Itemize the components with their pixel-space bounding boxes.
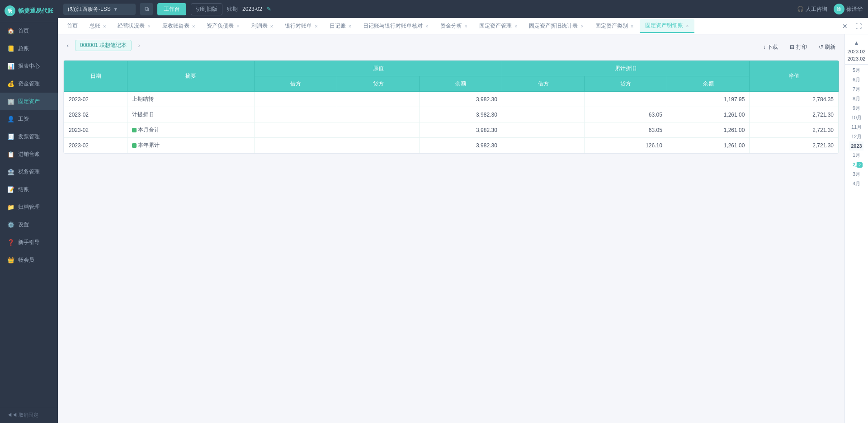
- sidebar-item-archive[interactable]: 📁 归档管理: [0, 198, 58, 216]
- table-row: 2023-02 本年累计 3,982.30 126.10 1,261.00 2,…: [64, 138, 839, 153]
- date-months: 5月6月7月8月9月10月11月12月20231月2月23月4月: [849, 66, 863, 188]
- tab-income-close[interactable]: ×: [270, 24, 273, 29]
- tab-fa-detail[interactable]: 固定资产明细账 ×: [640, 19, 694, 33]
- th-summary: 摘要: [127, 61, 255, 92]
- cell-dep-debit-1: [502, 107, 585, 122]
- sidebar-item-funds[interactable]: 💰 资金管理: [0, 75, 58, 93]
- download-btn[interactable]: ↓ 下载: [760, 42, 782, 53]
- sidebar-item-closing[interactable]: 📝 结账: [0, 181, 58, 198]
- user-name-btn[interactable]: 徐 徐泽华: [834, 4, 863, 14]
- workbench-button[interactable]: 工作台: [157, 3, 186, 15]
- tab-bar: 首页 总账 × 经营状况表 × 应收账龄表 × 资产负债表 × 利润表 × 银行…: [58, 18, 868, 34]
- date-year-2023-top[interactable]: 2023.02: [845, 48, 868, 55]
- tab-general-ledger-close[interactable]: ×: [103, 24, 106, 29]
- date-panel-up-btn[interactable]: ▲: [852, 38, 861, 48]
- date-active-badge: 2: [857, 162, 863, 168]
- cell-orig-balance-2: 3,982.30: [420, 122, 502, 138]
- tab-journal[interactable]: 日记账 ×: [324, 19, 357, 33]
- content-area: ‹ 000001 联想笔记本 › ↓ 下载 ⊟ 打印: [58, 34, 868, 423]
- tab-balance-sheet-close[interactable]: ×: [236, 24, 239, 29]
- date-month-entry[interactable]: 11月: [849, 122, 863, 132]
- sidebar-nav: 🏠 首页 📒 总账 📊 报表中心 💰 资金管理 🏢 固定资产 👤 工资 🧾 发票…: [0, 22, 58, 407]
- sidebar-item-tax[interactable]: 🏦 税务管理: [0, 163, 58, 181]
- user-service-btn[interactable]: 🎧 人工咨询: [797, 5, 827, 13]
- sidebar-item-reports[interactable]: 📊 报表中心: [0, 57, 58, 75]
- date-month-entry[interactable]: 5月: [849, 66, 863, 75]
- sidebar-label-guide: 新手引导: [18, 239, 40, 246]
- refresh-btn[interactable]: ↺ 刷新: [815, 42, 839, 53]
- tab-fa-category[interactable]: 固定资产类别 ×: [590, 19, 639, 33]
- date-year-label[interactable]: 2023: [849, 141, 863, 150]
- th-orig-debit: 借方: [255, 76, 337, 92]
- tab-operations[interactable]: 经营状况表 ×: [112, 19, 156, 33]
- tab-journal-bank-reconcile[interactable]: 日记账与银行对账单核对 ×: [358, 19, 434, 33]
- copy-button[interactable]: ⧉: [140, 3, 153, 15]
- copy-icon: ⧉: [145, 5, 149, 13]
- period-edit-icon[interactable]: ✎: [267, 6, 271, 12]
- cell-dep-credit-3: 126.10: [585, 138, 667, 153]
- tab-close-all-btn[interactable]: ✕: [839, 20, 851, 32]
- switch-old-button[interactable]: 切到旧版: [191, 3, 222, 15]
- date-month-entry[interactable]: 6月: [849, 75, 863, 85]
- tab-fa-category-close[interactable]: ×: [631, 24, 633, 29]
- date-month-entry[interactable]: 1月: [849, 150, 863, 160]
- tab-home[interactable]: 首页: [61, 19, 83, 33]
- date-panel-top: ▲ 2023.02 2023.02: [845, 36, 868, 65]
- closing-icon: 📝: [7, 186, 14, 193]
- tab-fa-management[interactable]: 固定资产管理 ×: [474, 19, 523, 33]
- date-month-entry[interactable]: 10月: [849, 113, 863, 122]
- cell-orig-balance-1: 3,982.30: [420, 107, 502, 122]
- tab-fund-analysis-close[interactable]: ×: [465, 24, 467, 29]
- cell-orig-debit-3: [255, 138, 337, 153]
- data-table: 日期 摘要 原值 累计折旧 净值 借方 贷方 余额 借方 贷方 余额: [64, 61, 839, 153]
- tab-fa-depreciation[interactable]: 固定资产折旧统计表 ×: [524, 19, 589, 33]
- tab-fa-management-close[interactable]: ×: [514, 24, 517, 29]
- tab-journal-bank-reconcile-close[interactable]: ×: [425, 24, 428, 29]
- sidebar-item-settings[interactable]: ⚙️ 设置: [0, 216, 58, 234]
- sidebar-item-vip[interactable]: 👑 畅会员: [0, 251, 58, 269]
- app-name: 畅捷通易代账: [18, 7, 53, 15]
- print-btn[interactable]: ⊟ 打印: [786, 42, 810, 53]
- refresh-label: ↺ 刷新: [819, 43, 835, 51]
- tab-fa-detail-close[interactable]: ×: [686, 23, 689, 28]
- date-month-entry[interactable]: 7月: [849, 85, 863, 94]
- th-dep-debit: 借方: [502, 76, 585, 92]
- sidebar-item-guide[interactable]: ❓ 新手引导: [0, 234, 58, 251]
- sidebar-item-ledger[interactable]: 📒 总账: [0, 40, 58, 57]
- tab-balance-sheet[interactable]: 资产负债表 ×: [201, 19, 245, 33]
- sidebar-label-ledger: 总账: [18, 45, 29, 52]
- sidebar-item-home[interactable]: 🏠 首页: [0, 22, 58, 40]
- date-month-entry[interactable]: 9月: [849, 103, 863, 113]
- tab-ar-aging-close[interactable]: ×: [192, 24, 195, 29]
- tab-operations-label: 经营状况表: [118, 22, 145, 30]
- tab-bank-statement-close[interactable]: ×: [315, 24, 317, 29]
- sidebar-item-invoice[interactable]: 🧾 发票管理: [0, 128, 58, 146]
- date-month-entry[interactable]: 8月: [849, 94, 863, 103]
- tab-fa-depreciation-close[interactable]: ×: [580, 24, 583, 29]
- table-body: 2023-02 上期结转 3,982.30 1,197.95 2,784.35 …: [64, 92, 839, 153]
- tab-fullscreen-btn[interactable]: ⛶: [853, 20, 864, 32]
- breadcrumb-prev-btn[interactable]: ‹: [63, 41, 72, 50]
- tab-income[interactable]: 利润表 ×: [246, 19, 278, 33]
- tab-general-ledger[interactable]: 总账 ×: [84, 19, 111, 33]
- date-month-entry[interactable]: 3月: [849, 169, 863, 179]
- breadcrumb-next-btn[interactable]: ›: [134, 41, 143, 50]
- archive-icon: 📁: [7, 204, 14, 211]
- tab-ar-aging[interactable]: 应收账龄表 ×: [157, 19, 200, 33]
- tab-fund-analysis-label: 资金分析: [440, 22, 462, 30]
- sidebar-item-salary[interactable]: 👤 工资: [0, 110, 58, 128]
- tab-journal-bank-reconcile-label: 日记账与银行对账单核对: [363, 22, 423, 30]
- tab-fund-analysis[interactable]: 资金分析 ×: [435, 19, 473, 33]
- cell-dep-balance-2: 1,261.00: [667, 122, 750, 138]
- sidebar-item-purchase-sales[interactable]: 📋 进销台账: [0, 146, 58, 163]
- tab-journal-close[interactable]: ×: [349, 24, 351, 29]
- date-year-2023-sub[interactable]: 2023.02: [845, 55, 868, 62]
- date-month-entry[interactable]: 2月2: [849, 160, 863, 169]
- company-selector[interactable]: (劝)江西服务-LSS ▼: [63, 4, 136, 15]
- sidebar-unpin-btn[interactable]: ◀◀ 取消固定: [0, 407, 58, 423]
- date-month-entry[interactable]: 12月: [849, 132, 863, 141]
- date-month-entry[interactable]: 4月: [849, 179, 863, 188]
- tab-operations-close[interactable]: ×: [147, 24, 150, 29]
- sidebar-item-fixed-assets[interactable]: 🏢 固定资产: [0, 93, 58, 110]
- tab-bank-statement[interactable]: 银行对账单 ×: [279, 19, 323, 33]
